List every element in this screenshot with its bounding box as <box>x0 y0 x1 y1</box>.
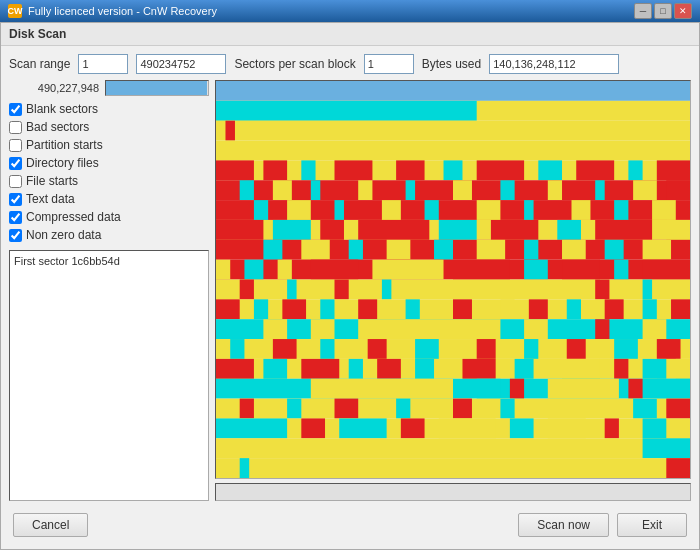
svg-rect-57 <box>477 240 505 260</box>
svg-rect-109 <box>567 339 586 359</box>
svg-rect-115 <box>301 359 339 379</box>
checkbox-bad-sectors[interactable] <box>9 121 22 134</box>
svg-rect-71 <box>614 260 628 280</box>
svg-rect-85 <box>358 299 377 319</box>
progress-bar <box>105 80 209 96</box>
checkbox-label-7: Non zero data <box>26 228 101 242</box>
svg-rect-7 <box>216 160 254 180</box>
svg-rect-34 <box>382 200 401 220</box>
svg-rect-42 <box>216 220 263 240</box>
svg-rect-144 <box>339 418 386 438</box>
svg-rect-93 <box>671 299 690 319</box>
svg-rect-17 <box>657 160 690 180</box>
svg-rect-130 <box>628 379 642 399</box>
svg-rect-143 <box>301 418 325 438</box>
cancel-button[interactable]: Cancel <box>13 513 88 537</box>
svg-rect-135 <box>335 399 359 419</box>
checkbox-non-zero-data[interactable] <box>9 229 22 242</box>
svg-rect-25 <box>500 180 514 200</box>
exit-button[interactable]: Exit <box>617 513 687 537</box>
svg-rect-40 <box>652 200 676 220</box>
svg-rect-120 <box>515 359 534 379</box>
svg-rect-27 <box>595 180 604 200</box>
svg-rect-50 <box>666 220 690 240</box>
svg-rect-81 <box>216 299 240 319</box>
svg-rect-128 <box>510 379 524 399</box>
svg-rect-82 <box>254 299 268 319</box>
progress-bar-fill <box>106 81 207 95</box>
checkbox-row-6: Compressed data <box>9 208 209 226</box>
checkbox-file-starts[interactable] <box>9 175 22 188</box>
maximize-button[interactable]: □ <box>654 3 672 19</box>
svg-rect-142 <box>216 418 287 438</box>
svg-rect-54 <box>349 240 363 260</box>
svg-rect-12 <box>444 160 463 180</box>
bytes-used-label: Bytes used <box>422 57 481 71</box>
svg-rect-19 <box>240 180 254 200</box>
checkbox-label-4: File starts <box>26 174 78 188</box>
bytes-used-input <box>489 54 619 74</box>
svg-rect-77 <box>382 280 391 300</box>
checkbox-blank-sectors[interactable] <box>9 103 22 116</box>
svg-rect-148 <box>548 418 586 438</box>
checkbox-row-1: Bad sectors <box>9 118 209 136</box>
svg-rect-78 <box>595 280 609 300</box>
svg-rect-68 <box>453 260 510 280</box>
svg-rect-29 <box>666 180 690 200</box>
svg-rect-55 <box>387 240 411 260</box>
svg-rect-79 <box>643 280 652 300</box>
checkbox-directory-files[interactable] <box>9 157 22 170</box>
svg-rect-88 <box>500 299 514 319</box>
svg-rect-90 <box>567 299 581 319</box>
svg-rect-72 <box>643 260 690 280</box>
dialog-title: Disk Scan <box>1 23 699 46</box>
svg-rect-22 <box>358 180 372 200</box>
svg-rect-74 <box>240 280 254 300</box>
scan-end-input[interactable] <box>136 54 226 74</box>
svg-rect-44 <box>320 220 344 240</box>
svg-rect-97 <box>358 319 500 339</box>
svg-rect-121 <box>562 359 600 379</box>
scan-map-svg <box>216 81 690 478</box>
svg-rect-23 <box>406 180 415 200</box>
app-icon: CW <box>8 4 22 18</box>
svg-rect-66 <box>311 260 358 280</box>
svg-rect-36 <box>477 200 501 220</box>
svg-rect-126 <box>311 379 453 399</box>
checkbox-text-data[interactable] <box>9 193 22 206</box>
svg-rect-39 <box>614 200 628 220</box>
bottom-progress-bar <box>215 483 691 501</box>
svg-rect-65 <box>278 260 292 280</box>
svg-rect-15 <box>576 160 614 180</box>
sectors-per-block-input[interactable] <box>364 54 414 74</box>
svg-rect-91 <box>605 299 624 319</box>
svg-rect-86 <box>406 299 420 319</box>
svg-rect-24 <box>453 180 472 200</box>
svg-rect-103 <box>273 339 297 359</box>
checkbox-partition-starts[interactable] <box>9 139 22 152</box>
svg-rect-43 <box>273 220 311 240</box>
checkbox-compressed-data[interactable] <box>9 211 22 224</box>
sector-progress-value: 490,227,948 <box>9 82 99 94</box>
svg-rect-13 <box>477 160 524 180</box>
scan-now-button[interactable]: Scan now <box>518 513 609 537</box>
minimize-button[interactable]: ─ <box>634 3 652 19</box>
svg-rect-119 <box>462 359 495 379</box>
svg-rect-31 <box>254 200 268 220</box>
svg-rect-127 <box>477 379 501 399</box>
scan-start-input[interactable] <box>78 54 128 74</box>
svg-rect-53 <box>301 240 329 260</box>
svg-rect-108 <box>524 339 538 359</box>
svg-rect-133 <box>240 399 254 419</box>
main-area: 490,227,948 Blank sectorsBad sectorsPart… <box>9 80 691 501</box>
svg-rect-16 <box>628 160 642 180</box>
svg-rect-59 <box>562 240 586 260</box>
svg-rect-99 <box>595 319 609 339</box>
svg-rect-140 <box>666 399 690 419</box>
svg-rect-98 <box>524 319 548 339</box>
checkboxes-container: Blank sectorsBad sectorsPartition starts… <box>9 100 209 244</box>
close-button[interactable]: ✕ <box>674 3 692 19</box>
svg-rect-0 <box>216 81 690 101</box>
svg-rect-136 <box>396 399 410 419</box>
svg-rect-149 <box>605 418 619 438</box>
